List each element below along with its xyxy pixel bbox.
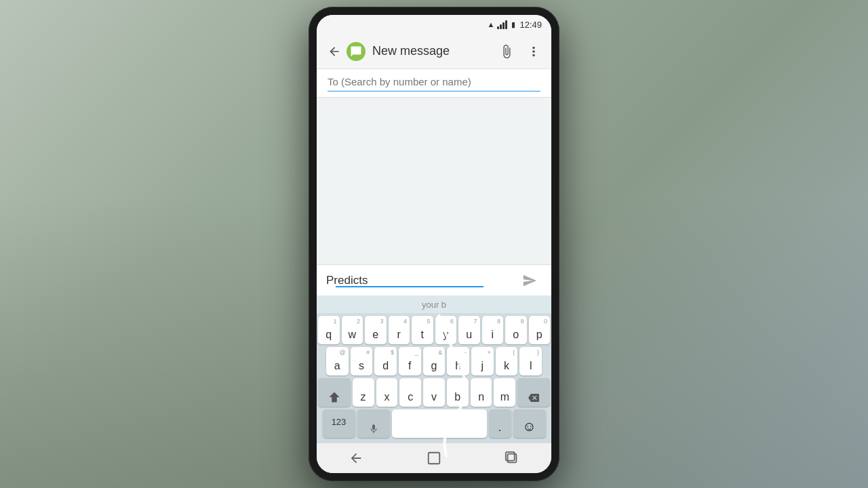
to-input[interactable] [328,76,540,87]
key-h[interactable]: -h [447,347,469,375]
attach-button[interactable] [494,39,519,64]
svg-rect-0 [429,453,440,464]
key-q[interactable]: 1q [318,316,340,344]
key-x[interactable]: x [376,378,398,407]
key-y[interactable]: 6y [435,316,457,344]
prediction-text: Predicts [326,274,368,287]
key-m[interactable]: m [494,378,515,407]
key-f[interactable]: _f [399,347,421,375]
keyboard-row-3: z x c v b n m [318,378,550,407]
nav-bar [317,443,551,473]
key-p[interactable]: 0p [529,316,551,344]
shift-key[interactable] [318,378,351,407]
prediction-bar: Predicts [317,264,551,296]
message-area[interactable] [317,98,551,264]
emoji-key[interactable]: ☺ [513,409,546,438]
swipe-hint-text: your b [422,300,446,310]
period-key[interactable]: . [489,409,511,438]
app-bar: New message [317,34,551,69]
app-icon [347,42,366,61]
app-bar-actions [494,39,546,64]
key-s[interactable]: #s [351,347,373,375]
key-b[interactable]: b [447,378,469,407]
delete-key[interactable] [517,378,550,407]
key-d[interactable]: $d [374,347,397,375]
wifi-icon: ▲ [488,20,495,28]
keyboard[interactable]: 1q 2w 3e 4r 5t 6y 7u 8i 9o 0p @a #s $d _… [317,313,551,443]
prediction-text-container: Predicts [326,274,517,287]
key-g[interactable]: &g [423,347,446,375]
nav-recents-button[interactable] [498,445,526,472]
space-key[interactable] [392,409,487,438]
keyboard-row-2: @a #s $d _f &g -h +j (k )l [318,347,550,375]
key-u[interactable]: 7u [458,316,480,344]
back-button[interactable] [322,39,347,64]
key-z[interactable]: z [353,378,374,407]
status-icons: ▲ ▮ [488,20,516,29]
key-a[interactable]: @a [326,347,349,375]
numeric-key[interactable]: 123 [323,409,355,438]
nav-home-button[interactable] [420,445,448,472]
phone-body: ▲ ▮ 12:49 [309,7,559,481]
swipe-hint-bar: your b [317,296,551,313]
key-r[interactable]: 4r [389,316,410,344]
phone-device: ▲ ▮ 12:49 [309,7,559,481]
to-underline [328,91,540,92]
more-options-button[interactable] [521,39,546,64]
phone-screen: ▲ ▮ 12:49 [317,15,551,473]
key-t[interactable]: 5t [412,316,433,344]
key-e[interactable]: 3e [365,316,387,344]
key-j[interactable]: +j [471,347,494,375]
status-time: 12:49 [519,20,542,30]
keyboard-row-1: 1q 2w 3e 4r 5t 6y 7u 8i 9o 0p [318,316,550,344]
key-n[interactable]: n [471,378,492,407]
send-button[interactable] [517,268,542,293]
key-w[interactable]: 2w [342,316,363,344]
app-bar-title: New message [372,44,494,58]
to-field[interactable] [317,69,551,98]
key-c[interactable]: c [399,378,421,407]
key-o[interactable]: 9o [505,316,527,344]
prediction-underline [336,286,484,287]
key-l[interactable]: )l [519,347,542,375]
key-i[interactable]: 8i [482,316,504,344]
battery-icon: ▮ [511,20,515,29]
key-v[interactable]: v [423,378,445,407]
signal-icon [497,20,507,29]
nav-back-button[interactable] [342,445,370,472]
keyboard-row-4: 123 . ☺ [318,409,550,438]
microphone-key[interactable] [357,409,390,438]
status-bar: ▲ ▮ 12:49 [317,15,551,34]
key-k[interactable]: (k [496,347,518,375]
